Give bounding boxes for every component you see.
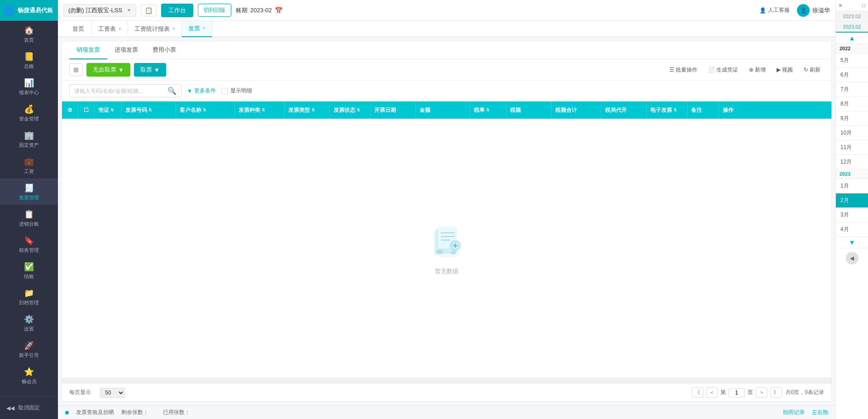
- sub-tab-销项发票[interactable]: 销项发票: [69, 41, 107, 59]
- scrollbar-area[interactable]: [62, 378, 831, 383]
- page-size-select[interactable]: 50 10 20 100: [100, 388, 125, 398]
- th-action: 操作: [719, 101, 746, 119]
- rp-months-2022: 5月6月7月8月9月10月11月12月: [836, 53, 868, 169]
- th-settings[interactable]: ⚙: [62, 101, 78, 119]
- th-voucher[interactable]: 凭证 ⇅: [95, 101, 122, 119]
- tab-工资统计报表[interactable]: 工资统计报表×: [128, 21, 182, 37]
- rp-month-3月[interactable]: 3月: [836, 208, 868, 222]
- sidebar-item-畅会员[interactable]: ⭐畅会员: [0, 362, 58, 389]
- tab-首页[interactable]: 首页: [65, 21, 92, 37]
- tab-工资表[interactable]: 工资表×: [92, 21, 128, 37]
- sidebar-item-资金管理[interactable]: 💰资金管理: [0, 100, 58, 126]
- grid-settings-button[interactable]: ⊞: [69, 63, 83, 76]
- video-button[interactable]: ▶ 视频: [773, 64, 796, 76]
- refresh-button[interactable]: ↻ 刷新: [800, 64, 824, 76]
- th-e-invoice[interactable]: 电子发票 ⇅: [647, 101, 687, 119]
- sidebar-item-归档管理[interactable]: 📁归档管理: [0, 284, 58, 310]
- support-button[interactable]: 👤 人工客服: [759, 6, 790, 14]
- rp-month-6月[interactable]: 6月: [836, 68, 868, 82]
- last-page-button[interactable]: 》: [770, 387, 782, 398]
- left-arrow-icon: ◀◀: [6, 405, 14, 411]
- period-calendar-icon[interactable]: 📅: [275, 7, 282, 14]
- rp-month-4月[interactable]: 4月: [836, 222, 868, 237]
- th-tax-id[interactable]: 税局代开: [601, 101, 647, 119]
- page-input[interactable]: [729, 388, 745, 397]
- th-invoice-category[interactable]: 发票类型 ⇅: [285, 101, 330, 119]
- th-customer[interactable]: 客户名称 ⇅: [176, 101, 235, 119]
- workspace-button[interactable]: 工作台: [161, 4, 193, 17]
- user-info[interactable]: 👤 徐溢华: [797, 4, 830, 17]
- sidebar-item-工资[interactable]: 💼工资: [0, 152, 58, 178]
- new-button[interactable]: ⊕ 新增: [745, 64, 769, 76]
- th-remark[interactable]: 备注: [687, 101, 719, 119]
- search-input[interactable]: [74, 88, 165, 94]
- first-page-button[interactable]: 《: [692, 387, 703, 398]
- circle-nav-button[interactable]: ◀: [846, 252, 858, 265]
- sort-icon-customer: ⇅: [203, 108, 206, 112]
- sub-tab-label: 费用小票: [153, 46, 176, 54]
- tab-close-icon[interactable]: ×: [119, 26, 121, 31]
- th-date[interactable]: 开票日期: [371, 101, 416, 119]
- next-page-button[interactable]: ＞: [756, 387, 768, 398]
- rp-month-5月[interactable]: 5月: [836, 53, 868, 68]
- th-invoice-type[interactable]: 发票种类 ⇅: [235, 101, 285, 119]
- company-selector[interactable]: (勿删) 江西股宝-LSS ▼: [63, 4, 136, 17]
- sidebar-item-新手引导[interactable]: 🚀新手引导: [0, 336, 58, 362]
- pager: 《 ＜ 第 页 ＞ 》: [692, 387, 782, 398]
- rp-expand-button[interactable]: □: [862, 2, 865, 9]
- sub-tab-费用小票[interactable]: 费用小票: [145, 41, 183, 59]
- rp-month-9月[interactable]: 9月: [836, 111, 868, 126]
- sidebar-label: 报表中心: [19, 89, 39, 96]
- sub-tab-进项发票[interactable]: 进项发票: [107, 41, 145, 59]
- rp-month-2月[interactable]: 2月: [836, 193, 868, 208]
- th-invoice-status[interactable]: 发票状态 ⇅: [330, 101, 371, 119]
- th-tax-rate[interactable]: 税率 ⇅: [470, 101, 506, 119]
- logo-text: 畅捷通易代账: [18, 7, 53, 14]
- rp-month-12月[interactable]: 12月: [836, 155, 868, 169]
- sidebar-item-设置[interactable]: ⚙️设置: [0, 310, 58, 336]
- sidebar-item-进销台账[interactable]: 📋进销台账: [0, 205, 58, 231]
- sidebar-cancel-fixed[interactable]: ◀◀ 取消固定: [0, 400, 58, 415]
- sidebar-item-税务管理[interactable]: 🔖税务管理: [0, 231, 58, 257]
- sidebar-item-报表中心[interactable]: 📊报表中心: [0, 73, 58, 100]
- batch-op-button[interactable]: ☰ 批量操作: [666, 64, 701, 76]
- rp-month-11月[interactable]: 11月: [836, 140, 868, 155]
- switch-old-button[interactable]: 切到旧版: [198, 4, 231, 17]
- show-detail-checkbox[interactable]: [221, 88, 228, 94]
- no-invoice-button[interactable]: 无血取票 ▼: [86, 63, 130, 77]
- more-filter-button[interactable]: ▼ 更多条件: [187, 87, 216, 95]
- sidebar-bottom: ◀◀ 取消固定: [0, 396, 58, 419]
- gen-voucher-button[interactable]: 📄 生成凭证: [705, 64, 742, 76]
- th-tax-total[interactable]: 税额合计: [552, 101, 601, 119]
- sidebar-item-总账[interactable]: 📒总账: [0, 47, 58, 73]
- sidebar-item-首页[interactable]: 🏠首页: [0, 21, 58, 47]
- scroll-up-button[interactable]: ▲: [836, 33, 868, 44]
- th-invoice-num[interactable]: 发票号码 ⇅: [122, 101, 176, 119]
- copy-icon-button[interactable]: 📋: [141, 5, 157, 16]
- tab-close-icon[interactable]: ×: [172, 26, 175, 31]
- rp-month-7月[interactable]: 7月: [836, 82, 868, 97]
- scroll-down-button[interactable]: ▼: [836, 237, 868, 248]
- sidebar-item-固定资产[interactable]: 🏢固定资产: [0, 126, 58, 152]
- sidebar-logo: 🌀 畅捷通易代账: [0, 0, 58, 21]
- rp-month-1月[interactable]: 1月: [836, 179, 868, 193]
- sidebar-item-发票管理[interactable]: 🧾发票管理: [0, 178, 58, 205]
- invoice-fetch-button[interactable]: 取票 ▼: [134, 63, 166, 77]
- rp-month-10月[interactable]: 10月: [836, 126, 868, 140]
- rp-month-8月[interactable]: 8月: [836, 97, 868, 111]
- used-label: 已用张数：: [163, 409, 190, 416]
- prev-page-button[interactable]: ＜: [706, 387, 718, 398]
- tab-close-icon[interactable]: ×: [203, 26, 205, 31]
- sidebar-item-结账[interactable]: ✅结账: [0, 257, 58, 284]
- th-amount[interactable]: 金额: [416, 101, 470, 119]
- support-icon: 👤: [759, 7, 766, 14]
- th-check[interactable]: ☐: [78, 101, 95, 119]
- feedback-link[interactable]: 拍照记录: [783, 409, 805, 416]
- rp-close-button[interactable]: ×: [839, 2, 842, 9]
- help-link[interactable]: 左右拖: [812, 409, 828, 416]
- avatar-icon: 👤: [800, 7, 807, 14]
- search-bar: 🔍 ▼ 更多条件 显示明细: [62, 81, 831, 101]
- page-unit: 页: [748, 389, 753, 396]
- th-tax[interactable]: 税额: [506, 101, 552, 119]
- tab-发票[interactable]: 发票×: [182, 21, 212, 37]
